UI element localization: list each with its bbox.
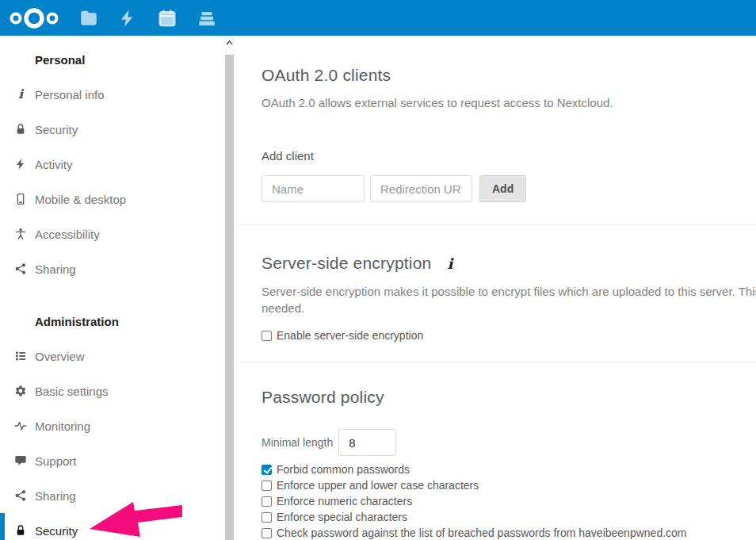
sidebar-item-sharing-personal[interactable]: Sharing	[0, 251, 224, 286]
minimal-length-input[interactable]	[338, 429, 396, 456]
sidebar-item-label: Overview	[35, 350, 85, 363]
settings-sidebar: Personal i Personal info Security Activi…	[0, 36, 224, 540]
lightning-icon	[14, 158, 27, 170]
share-icon	[14, 489, 27, 502]
sidebar-item-label: Personal info	[35, 88, 105, 101]
add-client-button[interactable]: Add	[479, 175, 526, 202]
sidebar-section-administration: Administration	[0, 304, 224, 339]
sidebar-section-personal: Personal	[0, 42, 224, 77]
forbid-common-passwords-row[interactable]: Forbid common passwords	[262, 461, 756, 477]
sidebar-item-overview[interactable]: Overview	[0, 339, 224, 373]
sidebar-item-accessibility[interactable]: Accessibility	[0, 216, 224, 251]
add-client-label: Add client	[262, 149, 756, 163]
accessibility-icon	[14, 228, 27, 240]
sidebar-scrollbar[interactable]	[224, 36, 235, 540]
sidebar-item-basic-settings[interactable]: Basic settings	[0, 373, 224, 408]
sidebar-item-sharing-admin[interactable]: Sharing	[0, 478, 224, 513]
folder-icon	[78, 17, 99, 31]
calendar-icon	[157, 17, 178, 31]
deck-app-button[interactable]	[197, 8, 217, 29]
info-icon: i	[14, 88, 27, 101]
encryption-description: Server-side encryption makes it possible…	[262, 283, 756, 316]
enforce-special-checkbox[interactable]	[262, 512, 272, 523]
sidebar-item-personal-info[interactable]: i Personal info	[0, 77, 224, 112]
checkbox-label: Check password against the list of breac…	[277, 527, 687, 539]
sidebar-item-label: Security	[35, 524, 78, 538]
encryption-description-line1: Server-side encryption makes it possible…	[262, 283, 756, 300]
checkbox-label: Enforce numeric characters	[277, 495, 412, 507]
sidebar-item-mobile-desktop[interactable]: Mobile & desktop	[0, 182, 224, 216]
gear-icon	[14, 385, 27, 397]
server-side-encryption-section: Server-side encryption i Server-side enc…	[238, 225, 756, 362]
enforce-upper-lower-checkbox[interactable]	[262, 481, 272, 491]
redirection-uri-input[interactable]	[370, 175, 472, 202]
enforce-special-row[interactable]: Enforce special characters	[262, 509, 756, 525]
sidebar-spacer	[0, 286, 224, 304]
chat-icon	[14, 454, 27, 467]
lock-icon	[14, 123, 27, 136]
sidebar-item-monitoring[interactable]: Monitoring	[0, 408, 224, 443]
checkbox-label: Enforce special characters	[277, 511, 407, 523]
lock-icon	[14, 524, 27, 537]
sidebar-item-label: Sharing	[35, 262, 76, 276]
enable-encryption-label: Enable server-side encryption	[277, 329, 423, 342]
sidebar-item-label: Security	[35, 123, 78, 136]
enable-encryption-checkbox[interactable]	[262, 331, 272, 341]
sidebar-item-label: Monitoring	[35, 419, 90, 433]
activity-app-button[interactable]	[117, 8, 138, 29]
encryption-section-title: Server-side encryption	[262, 254, 432, 273]
files-app-button[interactable]	[78, 8, 99, 29]
client-name-input[interactable]	[262, 175, 365, 202]
list-icon	[14, 350, 27, 362]
check-breached-passwords-checkbox[interactable]	[262, 528, 272, 538]
sidebar-item-activity[interactable]: Activity	[0, 147, 224, 182]
enforce-numeric-row[interactable]: Enforce numeric characters	[262, 493, 756, 509]
enable-encryption-checkbox-row[interactable]: Enable server-side encryption	[262, 327, 756, 343]
oauth-clients-section: OAuth 2.0 clients OAuth 2.0 allows exter…	[238, 36, 756, 225]
sidebar-item-label: Accessibility	[35, 228, 100, 241]
settings-main-panel: OAuth 2.0 clients OAuth 2.0 allows exter…	[238, 36, 756, 540]
minimal-length-label: Minimal length	[262, 436, 333, 449]
password-policy-section: Password policy Minimal length Forbid co…	[238, 362, 756, 540]
pulse-icon	[14, 419, 27, 432]
check-breached-passwords-row[interactable]: Check password against the list of breac…	[262, 525, 756, 540]
forbid-common-passwords-checkbox[interactable]	[262, 465, 272, 475]
enforce-numeric-checkbox[interactable]	[262, 496, 272, 507]
nextcloud-logo[interactable]	[8, 6, 60, 34]
sidebar-item-security-admin[interactable]: Security	[0, 513, 224, 540]
deck-icon	[197, 17, 217, 31]
sidebar-item-label: Activity	[35, 158, 73, 171]
sidebar-item-label: Sharing	[35, 489, 76, 503]
share-icon	[14, 262, 27, 275]
encryption-description-line2: needed.	[262, 301, 304, 315]
sidebar-item-support[interactable]: Support	[0, 443, 224, 478]
oauth-section-description: OAuth 2.0 allows external services to re…	[262, 96, 756, 109]
oauth-section-title: OAuth 2.0 clients	[262, 66, 756, 85]
calendar-app-button[interactable]	[157, 8, 178, 29]
sidebar-item-label: Support	[35, 454, 77, 468]
sidebar-item-label: Mobile & desktop	[35, 193, 126, 206]
scrollbar-up-arrow-icon[interactable]	[224, 36, 235, 50]
checkbox-label: Forbid common passwords	[277, 463, 410, 476]
checkbox-label: Enforce upper and lower case characters	[277, 479, 479, 492]
enforce-upper-lower-row[interactable]: Enforce upper and lower case characters	[262, 477, 756, 493]
info-icon[interactable]: i	[448, 255, 453, 272]
scrollbar-thumb[interactable]	[225, 55, 234, 540]
sidebar-item-security-personal[interactable]: Security	[0, 112, 224, 147]
sidebar-item-label: Basic settings	[35, 385, 109, 398]
phone-icon	[14, 193, 27, 205]
password-policy-title: Password policy	[262, 388, 756, 407]
lightning-icon	[117, 17, 138, 31]
top-header-bar	[0, 0, 756, 36]
